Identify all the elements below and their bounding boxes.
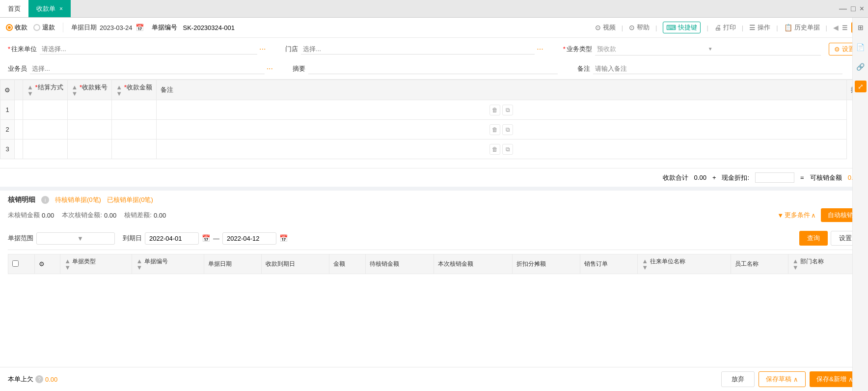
more-conditions-btn[interactable]: ▼ 更多条件 ∧ xyxy=(777,211,816,220)
toolbar: 收款 退款 单据日期 2023-03-24 📅 单据编号 SK-20230324… xyxy=(0,18,868,38)
date-range-label: 到期日 xyxy=(123,234,142,243)
copy-row-2-btn[interactable]: ⧉ xyxy=(502,124,513,135)
staff-more-btn[interactable]: ··· xyxy=(267,64,273,73)
store-more-btn[interactable]: ··· xyxy=(537,45,543,54)
date-from-input[interactable] xyxy=(145,232,199,245)
tab-receipt[interactable]: 收款单 × xyxy=(28,0,71,17)
staff-input[interactable] xyxy=(30,63,265,74)
cell-remark-2[interactable] xyxy=(112,120,157,140)
summary-input[interactable] xyxy=(308,63,558,74)
footer-value: 0.00 xyxy=(45,376,57,383)
cell-account-3[interactable] xyxy=(23,140,68,159)
cell-amount-1[interactable] xyxy=(67,100,112,120)
query-btn[interactable]: 查询 xyxy=(799,231,828,246)
remark-input[interactable] xyxy=(593,63,842,74)
date-from-calendar-icon[interactable]: 📅 xyxy=(202,234,210,242)
print-btn[interactable]: 🖨 打印 xyxy=(714,23,736,32)
close-icon[interactable]: × xyxy=(860,4,864,13)
current-value: 0.00 xyxy=(104,212,116,219)
footer-left: 本单上欠 ? 0.00 xyxy=(8,375,57,384)
refund-radio-dot xyxy=(33,24,40,31)
counterparty-input[interactable] xyxy=(40,44,257,55)
range-select[interactable]: ▼ xyxy=(36,232,115,245)
copy-row-3-btn[interactable]: ⧉ xyxy=(502,144,513,155)
col-doc-date: 单据日期 xyxy=(204,254,261,274)
business-type-label: 业务类型 xyxy=(563,45,595,54)
cell-amount-2[interactable] xyxy=(67,120,112,140)
remark-label: 备注 xyxy=(577,64,593,73)
col-pending-amount: 待核销金额 xyxy=(365,254,434,274)
store-field: 门店 ··· xyxy=(285,44,543,55)
abandon-btn[interactable]: 放弃 xyxy=(721,371,755,387)
delete-row-1-btn[interactable]: 🗑 xyxy=(489,105,500,115)
draft-btn[interactable]: 保存草稿 ∧ xyxy=(759,371,806,387)
maximize-icon[interactable]: □ xyxy=(851,4,856,13)
action-btn[interactable]: ☰ 操作 xyxy=(749,23,770,32)
cell-account-1[interactable] xyxy=(23,100,68,120)
list-view-icon[interactable]: ☰ xyxy=(840,22,850,33)
shortcut-btn[interactable]: ⌨ 快捷键 xyxy=(663,22,701,33)
col-current-amount: 本次核销金额 xyxy=(434,254,512,274)
col-gear[interactable]: ⚙ xyxy=(0,80,15,100)
uncancelled-label: 未核销金额 xyxy=(8,211,40,220)
sidebar-doc-icon[interactable]: 📄 xyxy=(855,41,867,53)
cell-remark-3[interactable] xyxy=(112,140,157,159)
history-btn[interactable]: 📋 历史单据 xyxy=(784,23,820,32)
summary-field: 摘要 xyxy=(293,63,558,74)
col-amount: 金额 xyxy=(329,254,366,274)
cell-settlement-3[interactable] xyxy=(15,140,23,159)
cell-settlement-1[interactable] xyxy=(15,100,23,120)
tab-close-icon[interactable]: × xyxy=(59,5,63,12)
sidebar-table-icon[interactable]: ⊞ xyxy=(855,22,867,33)
col-amount: ▲▼ *收款金额 xyxy=(112,80,157,100)
cell-action-1: 🗑 ⧉ xyxy=(156,100,846,120)
section-separator xyxy=(0,187,868,191)
prev-icon[interactable]: ◀ xyxy=(833,24,839,31)
current-label: 本次核销金额: xyxy=(62,211,102,220)
divider1 xyxy=(63,23,63,32)
sidebar-expand-icon[interactable]: ⤢ xyxy=(855,81,867,92)
cell-amount-3[interactable] xyxy=(67,140,112,159)
form-row-2: 业务员 ··· 摘要 备注 xyxy=(8,63,860,74)
diff-stat: 核销差额: 0.00 xyxy=(124,211,166,220)
business-type-select[interactable]: 预收款 ▼ xyxy=(595,43,821,56)
footer: 本单上欠 ? 0.00 放弃 保存草稿 ∧ 保存&新增 ∧ xyxy=(0,367,868,391)
counterparty-more-btn[interactable]: ··· xyxy=(259,45,266,54)
equal-label: = xyxy=(800,174,804,181)
tab-home[interactable]: 首页 xyxy=(0,0,28,17)
row-num-2: 2 xyxy=(0,120,15,140)
date-to-calendar-icon[interactable]: 📅 xyxy=(279,234,288,242)
toolbar-actions: ⊙ 视频 | ⊙ 帮助 | ⌨ 快捷键 | 🖨 打印 | ☰ 操作 xyxy=(595,22,862,33)
done-tab[interactable]: 已核销单据(0笔) xyxy=(107,196,153,204)
receipt-radio[interactable]: 收款 xyxy=(6,23,27,32)
minimize-icon[interactable]: — xyxy=(839,4,847,13)
help-btn[interactable]: ⊙ 帮助 xyxy=(629,23,650,32)
pending-tab[interactable]: 待核销单据(0笔) xyxy=(55,196,101,204)
chevron-up-icon: ∧ xyxy=(811,212,816,219)
action-icon: ☰ xyxy=(749,24,756,31)
refund-radio[interactable]: 退款 xyxy=(33,23,55,32)
cell-account-2[interactable] xyxy=(23,120,68,140)
writeoff-info-icon[interactable]: i xyxy=(41,196,49,204)
copy-row-1-btn[interactable]: ⧉ xyxy=(502,105,513,115)
main-content: 收款 退款 单据日期 2023-03-24 📅 单据编号 SK-20230324… xyxy=(0,18,868,391)
sidebar-link-icon[interactable]: 🔗 xyxy=(855,61,867,73)
calendar-icon[interactable]: 📅 xyxy=(136,24,144,31)
writeoff-actions: ▼ 更多条件 ∧ 自动核销 xyxy=(777,208,860,222)
filter-buttons: 查询 设置 xyxy=(799,231,860,246)
select-all-checkbox[interactable] xyxy=(12,260,19,267)
this-order-label: 本单上欠 xyxy=(8,375,33,384)
discount-input[interactable] xyxy=(755,172,794,183)
delete-row-3-btn[interactable]: 🗑 xyxy=(489,144,500,155)
cell-settlement-2[interactable] xyxy=(15,120,23,140)
date-to-input[interactable] xyxy=(222,232,276,245)
counterparty-label: 往来单位 xyxy=(8,45,40,54)
cell-remark-1[interactable] xyxy=(112,100,157,120)
delete-row-2-btn[interactable]: 🗑 xyxy=(489,124,500,135)
col-gear-bottom[interactable]: ⚙ xyxy=(35,254,60,274)
doc-no-label: 单据编号 xyxy=(152,23,177,32)
footer-info-icon[interactable]: ? xyxy=(35,375,43,383)
store-input[interactable] xyxy=(301,44,535,55)
video-btn[interactable]: ⊙ 视频 xyxy=(595,23,616,32)
col-staff-name: 员工名称 xyxy=(731,254,788,274)
